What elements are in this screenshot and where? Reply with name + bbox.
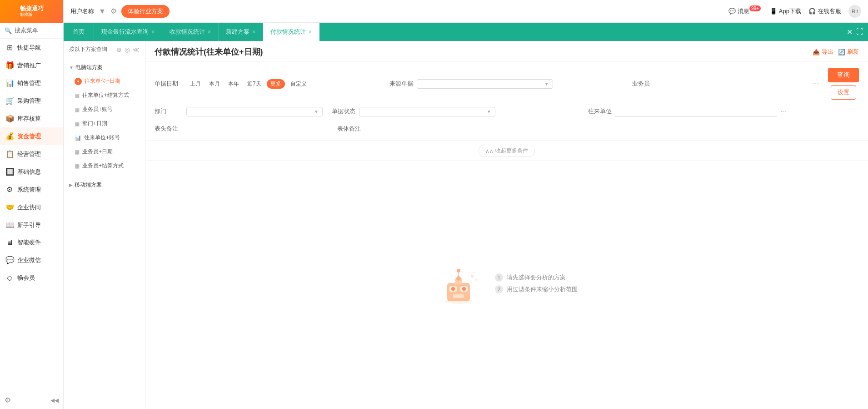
date-btn-custom[interactable]: 自定义 (288, 79, 309, 89)
tab-expand-icon[interactable]: ⛶ (856, 28, 863, 36)
left-panel-header-actions: ⊕ ◎ ≪ (116, 46, 140, 53)
topbar-right: 💬 消息 99+ 📱 App下载 🎧 在线客服 Rit (728, 5, 861, 18)
dept-select[interactable]: ▼ (186, 107, 323, 116)
tab-payment-stats-close[interactable]: × (208, 29, 211, 35)
left-panel-header-label: 按以下方案查询 (69, 45, 107, 53)
tab-bank-flow-close[interactable]: × (151, 29, 155, 35)
hint-num-2: 2 (495, 285, 503, 293)
sidebar-item-marketing[interactable]: 🎁 营销推广 (0, 56, 63, 74)
mobile-group-title[interactable]: ▶ 移动端方案 (64, 178, 145, 192)
tab-new-scheme-close[interactable]: × (252, 29, 255, 35)
tab-pay-stats-close[interactable]: × (309, 29, 312, 35)
scheme-item-salesman-settle[interactable]: ▦ 业务员+结算方式 (64, 159, 145, 173)
tab-pay-stats[interactable]: 付款情况统计 × (263, 23, 319, 41)
trial-button[interactable]: 体验行业方案 (121, 5, 170, 18)
scheme-item-salesman-account[interactable]: ▦ 业务员+账号 (64, 102, 145, 116)
query-button[interactable]: 查询 (828, 68, 859, 82)
tab-home[interactable]: 首页 (64, 23, 94, 41)
sidebar-item-wechat[interactable]: 💬 企业微信 (0, 251, 63, 269)
wechat-icon: 💬 (5, 256, 14, 264)
source-doc-group: 来源单据 ▼ (389, 79, 623, 89)
dept-label: 部门 (155, 107, 177, 116)
sidebar-item-label: 新手引导 (17, 221, 41, 229)
right-panel: 付款情况统计(往来单位+日期) 📤 导出 🔄 刷新 单据日期 (145, 41, 868, 409)
scheme-settings-icon[interactable]: ◎ (125, 46, 130, 53)
logo-subtitle: 标准版 (20, 12, 44, 18)
page-header: 付款情况统计(往来单位+日期) 📤 导出 🔄 刷新 (145, 41, 868, 61)
source-select[interactable]: ▼ (417, 79, 553, 89)
content-area: 按以下方案查询 ⊕ ◎ ≪ ▼ 电脑端方案 ● 往来单位+日期 ▦ (64, 41, 868, 409)
sidebar-item-label: 系统管理 (17, 186, 41, 194)
scheme-item-counterpart-account[interactable]: 📊 往来单位+账号 (64, 131, 145, 145)
app-download-item[interactable]: 📱 App下载 (770, 7, 801, 15)
date-btn-this-year[interactable]: 本年 (225, 79, 242, 89)
salesman-ellipsis[interactable]: ··· (813, 80, 819, 88)
sales-icon: 📊 (5, 79, 14, 87)
sidebar-logo: 畅捷通巧 标准版 (0, 0, 63, 23)
sidebar-item-finance[interactable]: 💰 资金管理 (0, 127, 63, 145)
body-note-label: 表体备注 (337, 125, 361, 133)
sidebar-item-label: 资金管理 (17, 132, 41, 141)
desktop-group-title[interactable]: ▼ 电脑端方案 (64, 61, 145, 74)
collapse-button[interactable]: ∧∧ 收起更多条件 (479, 145, 535, 157)
user-avatar[interactable]: Rit (848, 5, 861, 18)
body-note-input[interactable] (364, 123, 492, 134)
online-service-item[interactable]: 🎧 在线客服 (808, 7, 841, 15)
online-service-label: 在线客服 (818, 7, 841, 15)
source-label: 来源单据 (389, 80, 413, 88)
sidebar-item-member[interactable]: ◇ 畅会员 (0, 269, 63, 287)
svg-point-10 (457, 269, 460, 273)
page-title: 付款情况统计(往来单位+日期) (155, 46, 263, 57)
export-button[interactable]: 📤 导出 (813, 48, 833, 56)
doc-status-select[interactable]: ▼ (359, 107, 495, 116)
scheme-item-counterpart-settle[interactable]: ▦ 往来单位+结算方式 (64, 88, 145, 102)
sidebar-item-label: 基础信息 (17, 168, 41, 176)
sidebar-item-quick-nav[interactable]: ⊞ 快捷导航 (0, 39, 63, 56)
desktop-scheme-group: ▼ 电脑端方案 ● 往来单位+日期 ▦ 往来单位+结算方式 ▦ 业务员+账号 ▦ (64, 58, 145, 176)
sidebar-item-hardware[interactable]: 🖥 智能硬件 (0, 234, 63, 251)
scheme-item-salesman-date[interactable]: ▦ 业务员+日期 (64, 145, 145, 159)
tab-payment-stats[interactable]: 收款情况统计 × (162, 23, 219, 41)
scheme-item-counterpart-date[interactable]: ● 往来单位+日期 (64, 74, 145, 88)
sidebar-item-system[interactable]: ⚙ 系统管理 (0, 181, 63, 198)
topbar-username: 用户名称 (70, 7, 94, 15)
quick-nav-icon: ⊞ (5, 43, 14, 52)
sidebar-item-purchase[interactable]: 🛒 采购管理 (0, 92, 63, 110)
date-range-input[interactable]: 2022-01-01 至 2022-12-31 (312, 81, 380, 87)
svg-rect-1 (447, 283, 470, 301)
sidebar-item-inventory[interactable]: 📦 库存核算 (0, 110, 63, 127)
counterpart-ellipsis[interactable]: ··· (780, 107, 786, 116)
panel-collapse-icon[interactable]: ≪ (133, 46, 140, 53)
topbar-settings-icon[interactable]: ⚙ (110, 7, 117, 15)
svg-point-11 (471, 275, 474, 278)
date-btn-this-month[interactable]: 本月 (206, 79, 223, 89)
sidebar-item-basic[interactable]: 🔲 基础信息 (0, 163, 63, 181)
header-note-input[interactable] (187, 123, 314, 134)
date-btn-last-month[interactable]: 上月 (187, 79, 204, 89)
finance-icon: 💰 (5, 132, 14, 141)
sidebar-settings-icon[interactable]: ⚙ (5, 396, 11, 404)
sidebar-collapse-icon[interactable]: ◀◀ (50, 397, 59, 404)
topbar-user-dropdown[interactable]: ▼ (99, 7, 106, 15)
refresh-button[interactable]: 🔄 刷新 (838, 48, 859, 56)
tab-pay-stats-label: 付款情况统计 (270, 28, 306, 36)
sidebar-search[interactable]: 🔍 搜索菜单 (0, 23, 63, 39)
date-btn-7days[interactable]: 近7天 (244, 79, 264, 89)
tab-close-all-icon[interactable]: ✕ (847, 28, 853, 36)
sidebar-item-sales[interactable]: 📊 销售管理 (0, 74, 63, 92)
add-scheme-icon[interactable]: ⊕ (116, 46, 122, 53)
sidebar-item-guide[interactable]: 📖 新手引导 (0, 216, 63, 234)
svg-rect-4 (453, 294, 464, 298)
scheme-item-dept-date[interactable]: ▦ 部门+日期 (64, 116, 145, 131)
counterpart-input[interactable] (615, 106, 776, 117)
tab-bank-flow[interactable]: 现金银行流水查询 × (94, 23, 162, 41)
sidebar-item-enterprise[interactable]: 🤝 企业协同 (0, 198, 63, 216)
sidebar-item-operations[interactable]: 📋 经营管理 (0, 145, 63, 163)
tab-new-scheme[interactable]: 新建方案 × (219, 23, 263, 41)
date-btn-more[interactable]: 更多 (267, 79, 285, 89)
notification-item[interactable]: 💬 消息 99+ (728, 7, 763, 15)
salesman-input[interactable] (658, 78, 809, 89)
body-note-group: 表体备注 (337, 123, 859, 134)
settings-button[interactable]: 设置 (831, 85, 856, 100)
sidebar-item-label: 畅会员 (17, 274, 35, 282)
